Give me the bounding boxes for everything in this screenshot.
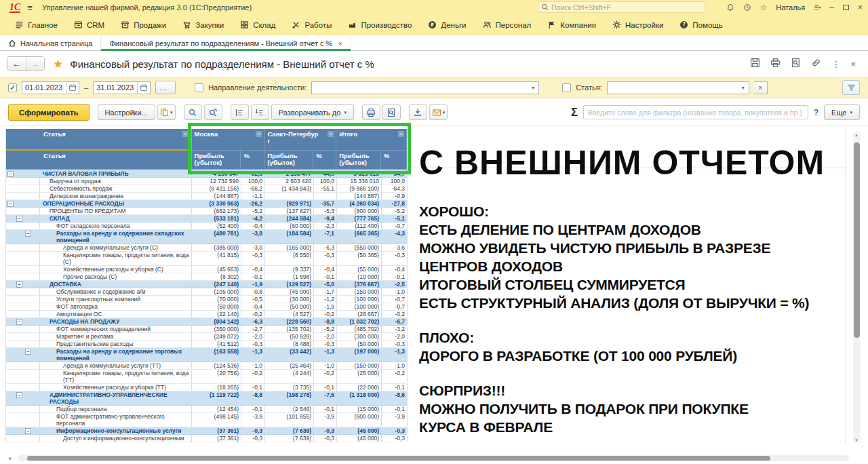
table-row[interactable]: Канцелярские товары, продукты питания, в… bbox=[6, 370, 407, 384]
collapse-icon[interactable]: − bbox=[7, 171, 14, 177]
tab-home[interactable]: Начальная страница bbox=[0, 36, 101, 50]
settings-button[interactable]: Настройки... bbox=[98, 104, 155, 120]
direction-input[interactable] bbox=[312, 83, 528, 92]
expand-levels-icon[interactable] bbox=[251, 104, 269, 120]
hamburger-menu-icon[interactable]: ≡ bbox=[27, 3, 33, 13]
menu-item-works[interactable]: Работы bbox=[283, 15, 340, 35]
column-group-total[interactable]: Итого≡ bbox=[336, 129, 407, 151]
column-header-pct[interactable]: % bbox=[381, 151, 407, 170]
collapse-icon[interactable]: − bbox=[16, 392, 22, 398]
report-variants-button[interactable]: ▾ bbox=[157, 104, 176, 120]
save-file-button[interactable] bbox=[409, 104, 427, 120]
table-row[interactable]: Себестоимость продаж(8 431 156)-66,2(1 4… bbox=[6, 185, 407, 193]
period-options-button[interactable]: ... bbox=[155, 81, 176, 94]
column-header-profit[interactable]: Прибыль (убыток) bbox=[336, 151, 381, 170]
menu-item-help[interactable]: ?Помощь bbox=[671, 15, 730, 35]
sum-icon[interactable]: Σ bbox=[571, 107, 578, 119]
send-email-button[interactable]: ▾ bbox=[429, 104, 448, 120]
vertical-scroll-thumb[interactable] bbox=[854, 142, 860, 338]
table-row[interactable]: ФОТ административно-управленческого перс… bbox=[6, 413, 407, 427]
article-checkbox[interactable] bbox=[562, 83, 571, 92]
tab-report[interactable]: Финансовый результат по подразделениям -… bbox=[101, 36, 351, 50]
table-row[interactable]: Обслуживание и содержание а/м(105 000)-0… bbox=[6, 288, 407, 296]
table-row[interactable]: −ОПЕРАЦИОННЫЕ РАСХОДЫ(3 330 063)-26,2(92… bbox=[6, 200, 407, 208]
minimize-button[interactable]: – bbox=[829, 3, 834, 12]
horizontal-scroll-thumb[interactable] bbox=[27, 456, 770, 461]
table-row[interactable]: −АДМИНИСТРАТИВНО-УПРАВЛЕНЧЕСКИЕ РАСХОДЫ(… bbox=[6, 391, 407, 406]
collapse-icon[interactable]: − bbox=[7, 201, 14, 207]
close-report-icon[interactable]: × bbox=[850, 59, 856, 69]
print-button[interactable] bbox=[362, 104, 380, 120]
menu-item-sales[interactable]: Продажи bbox=[113, 15, 174, 35]
collapse-icon[interactable]: − bbox=[25, 349, 31, 355]
help-link[interactable]: ? bbox=[814, 108, 818, 117]
table-row[interactable]: −Расходы на аренду и содержание складски… bbox=[6, 230, 407, 244]
sort-icon[interactable]: ≡ bbox=[256, 131, 262, 137]
table-row[interactable]: Канцелярские товары, продукты питания, в… bbox=[6, 252, 407, 266]
scroll-up-icon[interactable]: ▲ bbox=[854, 133, 859, 137]
calendar-icon[interactable] bbox=[137, 82, 150, 94]
user-menu-icon[interactable]: ≡▾ bbox=[814, 3, 821, 12]
menu-item-personnel[interactable]: Персонал bbox=[475, 15, 540, 35]
article-combo[interactable]: ▼ bbox=[607, 81, 749, 94]
menu-item-warehouse[interactable]: Склад bbox=[232, 15, 283, 35]
get-link-icon[interactable] bbox=[811, 58, 821, 71]
table-row[interactable]: −РАСХОДЫ НА ПРОДАЖУ(804 142)-6,3(228 560… bbox=[6, 318, 407, 326]
close-tab-icon[interactable]: × bbox=[338, 39, 342, 47]
favorites-icon[interactable]: ☆ bbox=[760, 3, 768, 12]
table-row[interactable]: −Информационно-консультационные услуги(3… bbox=[6, 427, 407, 435]
table-row[interactable]: Хозяйственные расходы и уборка (С)(45 66… bbox=[6, 266, 407, 273]
collapse-icon[interactable]: − bbox=[16, 216, 22, 222]
collapse-icon[interactable]: − bbox=[25, 231, 31, 237]
table-row[interactable]: ФОТ складского персонала(52 400)-0,4(60 … bbox=[6, 223, 407, 230]
sort-icon[interactable]: ≡ bbox=[398, 131, 404, 137]
table-row[interactable]: Доступ к информационно-консультационным(… bbox=[6, 435, 407, 442]
table-row[interactable]: Амортизация ОС(22 140)-0,2(4 527)-0,2(26… bbox=[6, 311, 407, 318]
menu-item-crm[interactable]: CRM bbox=[66, 15, 113, 35]
collapse-icon[interactable]: − bbox=[25, 428, 31, 434]
more-actions-icon[interactable]: ⋮ bbox=[831, 59, 840, 69]
close-window-button[interactable]: × bbox=[858, 3, 863, 12]
table-row[interactable]: Выручка от продаж12 732 590100,02 603 42… bbox=[6, 178, 407, 185]
date-from-field[interactable] bbox=[22, 81, 79, 94]
column-header-pct[interactable]: % bbox=[241, 151, 264, 170]
horizontal-scrollbar[interactable] bbox=[18, 455, 849, 461]
menu-item-sections[interactable]: Главное bbox=[7, 15, 66, 35]
column-header-profit[interactable]: Прибыль (убыток) bbox=[264, 151, 313, 170]
vertical-scrollbar[interactable]: ▲ ▼ bbox=[853, 132, 861, 444]
column-header-article[interactable]: Статья≡ bbox=[6, 129, 192, 151]
find-next-icon[interactable] bbox=[204, 104, 222, 120]
scroll-down-icon[interactable]: ▼ bbox=[854, 438, 859, 442]
direction-checkbox[interactable] bbox=[195, 83, 203, 92]
search-input[interactable] bbox=[551, 3, 687, 12]
restore-button[interactable] bbox=[843, 5, 849, 10]
table-row[interactable]: Прочие расходы (С)(8 302)-0,1(1 698)-0,1… bbox=[6, 273, 407, 281]
notifications-icon[interactable] bbox=[726, 3, 734, 12]
preview-icon[interactable] bbox=[791, 58, 801, 71]
calendar-icon[interactable] bbox=[66, 82, 79, 94]
more-button[interactable]: Еще▾ bbox=[824, 104, 860, 120]
menu-item-settings[interactable]: Настройки bbox=[604, 15, 671, 35]
menu-item-money[interactable]: ₽Деньги bbox=[420, 15, 474, 35]
menu-item-company[interactable]: Компания bbox=[539, 15, 604, 35]
date-to-field[interactable] bbox=[93, 81, 151, 94]
column-header-pct[interactable]: % bbox=[313, 151, 336, 170]
forward-button[interactable]: → bbox=[26, 57, 44, 71]
table-row[interactable]: −ЧИСТАЯ ВАЛОВАЯ ПРИБЫЛЬ4 156 54732,61 16… bbox=[6, 170, 407, 178]
menu-item-production[interactable]: Производство bbox=[340, 15, 420, 35]
expand-to-button[interactable]: Разворачивать до▾ bbox=[271, 104, 354, 120]
table-row[interactable]: ФОТ автопарка(50 000)-0,4(50 000)-1,9(10… bbox=[6, 303, 407, 311]
collapse-levels-icon[interactable] bbox=[231, 104, 249, 120]
menu-item-purchases[interactable]: Закупки bbox=[174, 15, 232, 35]
table-row[interactable]: ФОТ коммерческих подразделений(350 000)-… bbox=[6, 326, 407, 333]
column-header-article-fixed[interactable]: Статья bbox=[6, 151, 192, 170]
global-search[interactable] bbox=[538, 1, 705, 13]
sort-icon[interactable]: ≡ bbox=[328, 131, 334, 137]
chevron-down-icon[interactable]: ▼ bbox=[738, 85, 749, 90]
back-button[interactable]: ← bbox=[7, 57, 26, 71]
scroll-left-icon[interactable]: ◂ bbox=[8, 455, 11, 461]
table-row[interactable]: Услуги транспортных компаний(70 000)-0,5… bbox=[6, 296, 407, 303]
sort-icon[interactable]: ≡ bbox=[182, 131, 189, 137]
table-row[interactable]: −ДОСТАВКА(247 140)-1,9(129 527)-5,0(376 … bbox=[6, 281, 407, 288]
table-row[interactable]: ПРОЦЕНТЫ ПО КРЕДИТАМ(662 173)-5,2(137 82… bbox=[6, 208, 407, 215]
